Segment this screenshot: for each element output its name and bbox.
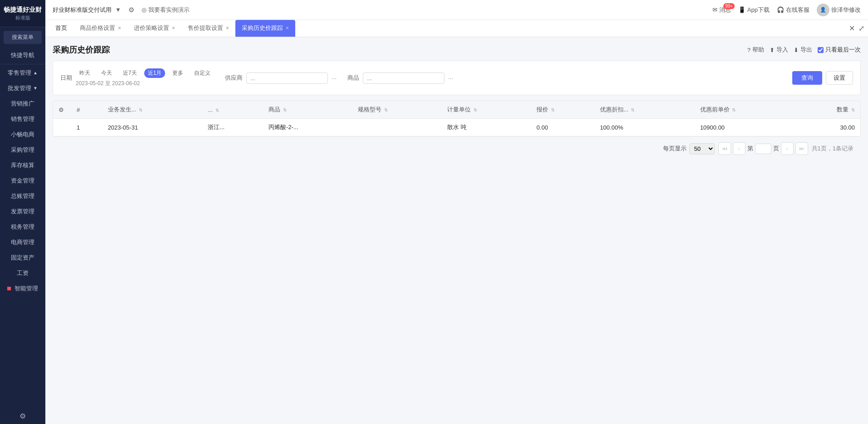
tab-close-all-icon[interactable]: ✕	[849, 24, 855, 33]
filter-card: 日期 昨天 今天 近7天 近1月 更多 自定义 2023-05-02 至 202…	[53, 61, 861, 95]
sort-date-icon[interactable]: ⇅	[139, 107, 142, 112]
filter-actions: 查询 设置	[792, 71, 853, 85]
logo-main-text: 畅捷通好业财	[4, 5, 42, 14]
date-btn-more[interactable]: 更多	[169, 68, 187, 78]
td-goods: 丙烯酸-2-...	[263, 119, 352, 136]
inventory-label: 库存核算	[11, 161, 34, 169]
sidebar-item-tax[interactable]: 税务管理	[0, 219, 45, 235]
sidebar-item-assets[interactable]: 固定资产	[0, 250, 45, 265]
import-button[interactable]: ⬆ 导入	[770, 46, 788, 54]
th-discount[interactable]: 优惠折扣... ⇅	[595, 101, 695, 119]
sidebar-item-finance[interactable]: 资金管理	[0, 173, 45, 188]
date-btn-today[interactable]: 今天	[98, 68, 116, 78]
table-row: 1 2023-05-31 浙江... 丙烯酸-2-... 散水 吨 0.00 1…	[53, 119, 860, 136]
tab-history-price-label: 采购历史价跟踪	[242, 24, 283, 32]
export-button[interactable]: ⬇ 导出	[794, 46, 812, 54]
sidebar-item-ledger[interactable]: 总账管理	[0, 188, 45, 204]
date-btn-custom[interactable]: 自定义	[190, 68, 214, 78]
tab-sale-price[interactable]: 售价提取设置 ×	[181, 20, 235, 37]
tab-purchase-strategy-close-icon[interactable]: ×	[172, 25, 175, 31]
sidebar-item-purchase[interactable]: 采购管理	[0, 142, 45, 158]
page-input[interactable]: 1	[755, 144, 771, 154]
last-only-checkbox[interactable]	[818, 47, 824, 53]
sort-price-icon[interactable]: ⇅	[551, 107, 555, 112]
version-selector[interactable]: 好业财标准版交付试用 ▼	[53, 6, 121, 14]
th-goods[interactable]: 商品 ⇅	[263, 101, 352, 119]
sidebar-item-inventory[interactable]: 库存核算	[0, 158, 45, 173]
sidebar-item-quick-nav[interactable]: 快捷导航	[0, 48, 45, 63]
first-page-button[interactable]: ⏮	[718, 142, 731, 155]
sidebar-item-sales[interactable]: 销售管理	[0, 111, 45, 127]
goods-input[interactable]	[363, 72, 444, 84]
tab-purchase-strategy[interactable]: 进价策略设置 ×	[127, 20, 181, 37]
sort-discount-icon[interactable]: ⇅	[631, 107, 634, 112]
sort-more-icon[interactable]: ⇅	[215, 108, 219, 113]
help-icon: ?	[747, 47, 751, 53]
supplier-input[interactable]	[246, 72, 328, 84]
help-button[interactable]: ? 帮助	[747, 46, 764, 54]
sort-pre-price-icon[interactable]: ⇅	[732, 107, 736, 112]
settings-button[interactable]: 设置	[826, 71, 853, 85]
wholesale-label: 批发管理	[8, 84, 31, 92]
message-button[interactable]: ✉ 消息 99+	[712, 6, 731, 14]
th-more[interactable]: ... ⇅	[202, 101, 263, 119]
page-total: 共1页，1条记录	[812, 145, 853, 153]
sidebar-item-invoice[interactable]: 发票管理	[0, 204, 45, 219]
sort-goods-icon[interactable]: ⇅	[283, 107, 287, 112]
th-price[interactable]: 报价 ⇅	[531, 101, 595, 119]
pagination-nav: ⏮ ‹ 第 1 页 › ⏭	[718, 142, 808, 155]
last-only-checkbox-label[interactable]: 只看最后一次	[818, 46, 861, 54]
sidebar-item-ecommerce[interactable]: 小畅电商	[0, 127, 45, 142]
th-date[interactable]: 业务发生... ⇅	[102, 101, 203, 119]
last-page-button[interactable]: ⏭	[795, 142, 808, 155]
app-logo: 畅捷通好业财 标准版	[0, 0, 45, 27]
search-menu-button[interactable]: 搜索菜单	[4, 31, 42, 44]
sidebar-item-retail[interactable]: 零售管理 ▲	[0, 65, 45, 81]
tab-history-price[interactable]: 采购历史价跟踪 ×	[235, 20, 295, 37]
sidebar-item-salary[interactable]: 工资	[0, 265, 45, 281]
topbar-settings-icon[interactable]: ⚙	[128, 6, 134, 14]
date-btn-last7[interactable]: 近7天	[119, 68, 141, 78]
main-area: 好业财标准版交付试用 ▼ ⚙ ◎ 我要看实例演示 ✉ 消息 99+ 📱 App下…	[45, 0, 868, 424]
supplier-more-icon[interactable]: ···	[332, 75, 336, 82]
next-page-button[interactable]: ›	[781, 142, 794, 155]
version-dropdown-icon[interactable]: ▼	[115, 6, 121, 13]
online-service-button[interactable]: 🎧 在线客服	[777, 6, 809, 14]
date-btn-last1m[interactable]: 近1月	[144, 68, 166, 78]
help-label: 帮助	[752, 46, 764, 54]
sort-unit-icon[interactable]: ⇅	[473, 107, 477, 112]
tab-expand-icon[interactable]: ⤢	[858, 24, 864, 33]
th-unit[interactable]: 计量单位 ⇅	[442, 101, 531, 119]
td-settings	[53, 119, 71, 136]
per-page-label: 每页显示	[663, 145, 687, 153]
tab-price-close-icon[interactable]: ×	[118, 25, 121, 31]
user-menu[interactable]: 👤 徐泽华修改	[817, 4, 861, 16]
per-page-select[interactable]: 10 20 50 100	[689, 143, 715, 154]
settings-icon[interactable]: ⚙	[20, 412, 26, 420]
app-download-button[interactable]: 📱 App下载	[738, 6, 770, 14]
goods-more-icon[interactable]: ···	[448, 75, 453, 82]
sidebar-item-ec[interactable]: 电商管理	[0, 235, 45, 250]
tab-history-price-close-icon[interactable]: ×	[286, 25, 289, 31]
th-pre-price[interactable]: 优惠前单价 ⇅	[695, 101, 797, 119]
prev-page-button[interactable]: ‹	[733, 142, 746, 155]
tab-home[interactable]: 首页	[49, 20, 73, 37]
td-price-unit-text: 吨	[461, 124, 467, 130]
filter-row: 日期 昨天 今天 近7天 近1月 更多 自定义 2023-05-02 至 202…	[60, 68, 853, 87]
demo-link[interactable]: ◎ 我要看实例演示	[141, 6, 190, 14]
tab-price[interactable]: 商品价格设置 ×	[73, 20, 127, 37]
sort-quantity-icon[interactable]: ⇅	[851, 107, 855, 112]
sidebar-item-marketing[interactable]: 营销推广	[0, 96, 45, 111]
date-btn-yesterday[interactable]: 昨天	[76, 68, 94, 78]
sidebar-item-smart[interactable]: 智能管理	[0, 281, 45, 296]
tab-sale-price-close-icon[interactable]: ×	[226, 25, 229, 31]
td-no: 1	[71, 119, 102, 136]
version-text: 好业财标准版交付试用	[53, 6, 112, 14]
sidebar-search-area[interactable]: 搜索菜单	[0, 27, 45, 48]
sidebar-item-wholesale[interactable]: 批发管理 ▼	[0, 81, 45, 96]
th-settings[interactable]: ⚙	[53, 101, 71, 119]
th-spec[interactable]: 规格型号 ⇅	[352, 101, 442, 119]
th-quantity[interactable]: 数量 ⇅	[797, 101, 860, 119]
query-button[interactable]: 查询	[792, 71, 822, 85]
sort-spec-icon[interactable]: ⇅	[384, 107, 388, 112]
